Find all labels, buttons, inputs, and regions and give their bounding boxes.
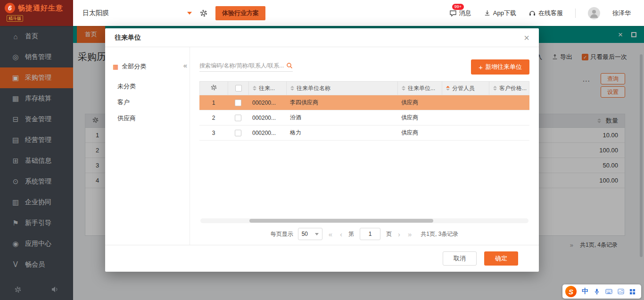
avatar[interactable] (588, 7, 600, 19)
sort-icon (493, 86, 497, 91)
messages-badge: 99+ (452, 4, 464, 10)
row-code: 000200... (248, 100, 286, 106)
chevron-down-icon (315, 233, 319, 235)
message-icon (449, 9, 457, 17)
category-item-unclassified[interactable]: 未分类 (105, 78, 190, 94)
partner-panel: + 新增往来单位 (190, 47, 539, 245)
sort-icon (290, 86, 294, 91)
logo-title: 畅捷通好生意 (18, 4, 63, 13)
row-type: 供应商 (397, 129, 442, 137)
col-code[interactable]: 往来... (249, 82, 287, 95)
category-all[interactable]: ▦ 全部分类 (105, 62, 190, 71)
keyboard-icon[interactable] (605, 289, 612, 294)
pager-prev-icon[interactable]: ‹ (339, 230, 344, 238)
chevron-down-icon (187, 12, 192, 15)
modal-pagination: 每页显示 50 « ‹ 第 页 › » 共1页, 3条记录 (199, 223, 529, 245)
industry-solution-button[interactable]: 体验行业方案 (215, 6, 265, 20)
messages-item[interactable]: 99+ 消息 (449, 9, 471, 17)
category-item-supplier[interactable]: 供应商 (105, 110, 190, 126)
horizontal-scrollbar (200, 218, 528, 223)
ime-toolbar: S 中 (562, 284, 641, 299)
col-name[interactable]: 往来单位名称 (287, 82, 398, 95)
col-type[interactable]: 往来单位... (398, 82, 442, 95)
collapse-panel-button[interactable]: « (183, 61, 187, 69)
partner-table-header: 往来... 往来单位名称 往来单位... 分管人员 (199, 81, 529, 95)
horizontal-scrollbar-thumb[interactable] (249, 219, 433, 223)
col-price-label: 客户价格... (499, 84, 527, 92)
store-selector[interactable]: 日太阳膜 (83, 9, 192, 17)
add-partner-label: 新增往来单位 (485, 63, 522, 71)
row-name: 李四供应商 (286, 99, 397, 107)
image-icon[interactable] (618, 289, 624, 294)
version-badge: 精斗版 (7, 15, 23, 22)
category-list: 未分类 客户 供应商 (105, 78, 190, 126)
row-checkbox[interactable] (235, 115, 241, 121)
pager-next-icon[interactable]: › (396, 230, 402, 238)
headset-icon (528, 9, 536, 17)
topbar-right: 99+ 消息 App下载 在线客服 (449, 7, 644, 19)
app-download-item[interactable]: App下载 (484, 9, 516, 17)
page-jump-input[interactable] (360, 228, 380, 240)
pager-first-icon[interactable]: « (327, 230, 334, 238)
partner-table: 往来... 往来单位名称 往来单位... 分管人员 (199, 81, 529, 141)
topbar-gear-icon[interactable] (199, 9, 208, 17)
confirm-button[interactable]: 确定 (484, 251, 518, 266)
col-code-label: 往来... (259, 84, 275, 92)
messages-label: 消息 (459, 9, 471, 17)
pager-last-icon[interactable]: » (406, 230, 413, 238)
modal-footer: 取消 确定 (105, 245, 539, 272)
table-empty-area (199, 141, 529, 218)
row-type: 供应商 (397, 114, 442, 122)
add-partner-button[interactable]: + 新增往来单位 (471, 59, 529, 75)
microphone-icon[interactable] (594, 288, 600, 295)
column-gear-icon[interactable] (210, 84, 217, 92)
col-name-label: 往来单位名称 (297, 84, 330, 92)
cancel-button[interactable]: 取消 (443, 251, 477, 266)
sort-icon (253, 86, 256, 91)
partner-modal: 往来单位 × ▦ 全部分类 « 未分类 客户 供应商 (105, 28, 539, 272)
app-root: 6 畅捷通好生意 精斗版 日太阳膜 体验行业方案 99+ 消息 (0, 0, 644, 300)
category-panel: ▦ 全部分类 « 未分类 客户 供应商 (105, 47, 190, 245)
search-input[interactable] (199, 62, 286, 69)
row-code: 000200... (248, 115, 286, 121)
partner-row-selected[interactable]: 1 000200... 李四供应商 供应商 (199, 95, 529, 110)
row-checkbox[interactable] (235, 130, 241, 136)
search-box (199, 62, 293, 72)
logo-icon: 6 (5, 3, 15, 13)
partner-row[interactable]: 2 000200... 汾酒 供应商 (199, 110, 529, 125)
row-name: 格力 (286, 129, 397, 137)
category-grid-icon: ▦ (113, 63, 118, 70)
select-all-checkbox[interactable] (235, 85, 242, 92)
row-index: 2 (199, 115, 228, 121)
toolbox-grid-icon[interactable] (629, 289, 636, 295)
username[interactable]: 徐泽华 (612, 9, 631, 17)
sort-icon (402, 86, 405, 91)
store-selector-value: 日太阳膜 (83, 9, 109, 17)
col-price[interactable]: 客户价格... (489, 82, 529, 95)
category-item-customer[interactable]: 客户 (105, 94, 190, 110)
row-code: 000200... (248, 130, 286, 136)
download-icon (484, 9, 491, 17)
plus-icon: + (479, 63, 483, 71)
search-icon[interactable] (286, 62, 293, 69)
per-page-select[interactable]: 50 (298, 228, 322, 240)
online-support-item[interactable]: 在线客服 (528, 9, 563, 17)
modal-close-icon[interactable]: × (524, 33, 529, 42)
row-checkbox[interactable] (235, 100, 241, 106)
modal-body: ▦ 全部分类 « 未分类 客户 供应商 (105, 47, 539, 245)
ime-language-toggle[interactable]: 中 (582, 287, 588, 296)
row-index: 1 (199, 100, 228, 106)
partner-row[interactable]: 3 000200... 格力 供应商 (199, 125, 529, 141)
logo: 6 畅捷通好生意 精斗版 (0, 0, 73, 26)
modal-header: 往来单位 × (105, 28, 539, 47)
online-support-label: 在线客服 (538, 9, 563, 17)
per-page-value: 50 (302, 231, 308, 237)
sogou-logo-icon[interactable]: S (565, 286, 577, 297)
col-type-label: 往来单位... (408, 84, 435, 92)
page-jump-prefix: 第 (348, 230, 354, 238)
topbar-divider (575, 8, 576, 18)
col-manager[interactable]: 分管人员 (442, 82, 489, 95)
col-manager-label: 分管人员 (452, 84, 475, 92)
topbar: 6 畅捷通好生意 精斗版 日太阳膜 体验行业方案 99+ 消息 (0, 0, 644, 26)
page-jump-suffix: 页 (386, 230, 392, 238)
